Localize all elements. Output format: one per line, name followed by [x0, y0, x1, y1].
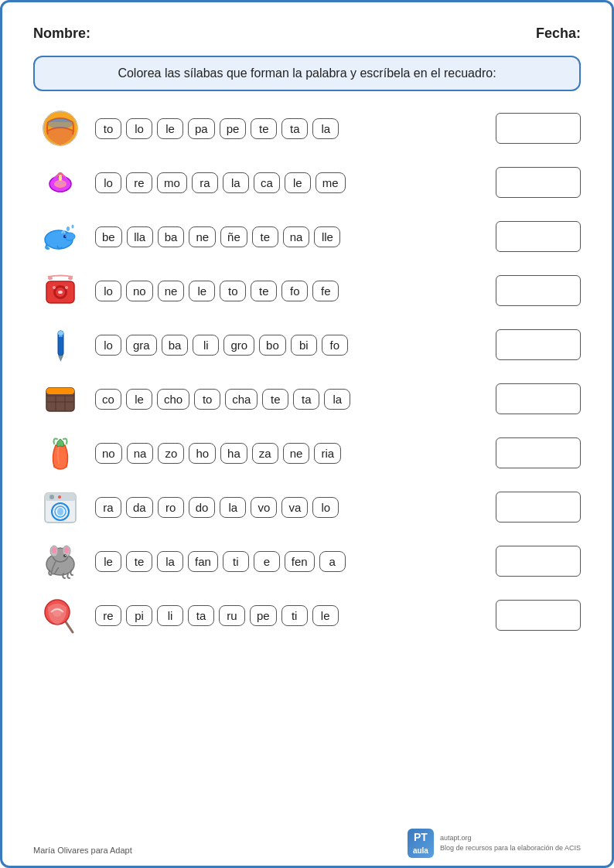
- answer-box[interactable]: [496, 329, 581, 360]
- syllable[interactable]: ti: [281, 605, 308, 626]
- syllable[interactable]: gra: [126, 335, 157, 356]
- syllable[interactable]: li: [157, 605, 183, 626]
- syllable[interactable]: to: [95, 118, 121, 139]
- syllable[interactable]: ne: [158, 281, 185, 301]
- syllable[interactable]: ti: [223, 551, 249, 572]
- syllable[interactable]: fo: [322, 335, 348, 356]
- syllable[interactable]: ra: [192, 172, 218, 193]
- svg-point-32: [58, 495, 61, 499]
- syllable[interactable]: ñe: [220, 226, 247, 247]
- answer-box[interactable]: [496, 383, 581, 414]
- word-row: lograbaligrobobifo: [33, 322, 581, 368]
- syllable[interactable]: no: [126, 281, 153, 301]
- syllable[interactable]: le: [189, 281, 215, 301]
- syllable[interactable]: pe: [250, 605, 277, 626]
- syllable[interactable]: na: [283, 226, 310, 247]
- syllable[interactable]: ta: [293, 389, 319, 410]
- answer-box[interactable]: [496, 221, 581, 252]
- svg-point-40: [52, 547, 56, 553]
- syllable[interactable]: fe: [312, 281, 339, 301]
- syllable[interactable]: ro: [158, 497, 184, 518]
- syllable[interactable]: re: [95, 605, 121, 626]
- syllable[interactable]: la: [312, 118, 339, 139]
- syllable[interactable]: ba: [158, 226, 185, 247]
- syllable[interactable]: ria: [314, 443, 341, 464]
- syllable[interactable]: le: [95, 551, 121, 572]
- syllable[interactable]: bi: [291, 335, 317, 356]
- syllable[interactable]: le: [126, 389, 152, 410]
- syllable[interactable]: fo: [281, 281, 308, 301]
- syllable[interactable]: mo: [157, 172, 187, 193]
- syllable[interactable]: lo: [95, 281, 121, 301]
- syllable[interactable]: la: [157, 551, 183, 572]
- lollipop-icon: [33, 592, 87, 638]
- syllable[interactable]: ru: [219, 605, 245, 626]
- syllable[interactable]: ha: [220, 443, 247, 464]
- answer-box[interactable]: [496, 492, 581, 523]
- syllable[interactable]: ne: [283, 443, 310, 464]
- syllable[interactable]: no: [95, 443, 122, 464]
- syllable[interactable]: la: [324, 389, 350, 410]
- syllable[interactable]: ra: [95, 497, 121, 518]
- syllable[interactable]: te: [126, 551, 152, 572]
- syllable[interactable]: ta: [281, 118, 308, 139]
- fecha-label: Fecha:: [536, 26, 581, 42]
- syllable[interactable]: a: [319, 551, 346, 572]
- syllable[interactable]: fan: [188, 551, 218, 572]
- syllable[interactable]: te: [251, 118, 277, 139]
- syllable[interactable]: zo: [158, 443, 184, 464]
- syllable[interactable]: me: [316, 172, 346, 193]
- syllable[interactable]: lo: [95, 335, 121, 356]
- syllable[interactable]: lle: [314, 226, 340, 247]
- syllable[interactable]: be: [95, 226, 122, 247]
- syllables-group: lononeletotefofe: [95, 281, 488, 301]
- syllable[interactable]: pi: [126, 605, 152, 626]
- syllable[interactable]: re: [126, 172, 152, 193]
- answer-box[interactable]: [496, 113, 581, 144]
- syllable[interactable]: lo: [95, 172, 121, 193]
- carrot-icon: [33, 430, 87, 476]
- answer-box[interactable]: [496, 437, 581, 468]
- syllable[interactable]: li: [193, 335, 219, 356]
- syllable[interactable]: la: [220, 497, 246, 518]
- syllable[interactable]: gro: [223, 335, 254, 356]
- answer-box[interactable]: [496, 275, 581, 306]
- svg-point-8: [65, 236, 66, 237]
- syllable[interactable]: cha: [225, 389, 258, 410]
- syllable[interactable]: pa: [188, 118, 215, 139]
- syllable[interactable]: do: [189, 497, 216, 518]
- answer-box[interactable]: [496, 546, 581, 577]
- syllable[interactable]: lla: [127, 226, 153, 247]
- syllable[interactable]: le: [285, 172, 311, 193]
- syllable[interactable]: ca: [254, 172, 280, 193]
- syllable[interactable]: va: [281, 497, 308, 518]
- syllables-group: repilitarupetile: [95, 605, 488, 626]
- syllable[interactable]: le: [157, 118, 183, 139]
- syllable[interactable]: ho: [189, 443, 216, 464]
- syllable[interactable]: na: [127, 443, 154, 464]
- syllable[interactable]: vo: [251, 497, 277, 518]
- syllable[interactable]: le: [312, 605, 339, 626]
- syllable[interactable]: la: [223, 172, 249, 193]
- syllable[interactable]: co: [95, 389, 121, 410]
- syllable[interactable]: lo: [126, 118, 152, 139]
- syllable[interactable]: pe: [220, 118, 247, 139]
- syllable[interactable]: te: [262, 389, 288, 410]
- syllable[interactable]: to: [220, 281, 246, 301]
- syllable[interactable]: te: [252, 226, 278, 247]
- syllable[interactable]: e: [254, 551, 280, 572]
- syllable[interactable]: to: [194, 389, 220, 410]
- answer-box[interactable]: [496, 167, 581, 198]
- answer-box[interactable]: [496, 600, 581, 631]
- syllable[interactable]: za: [252, 443, 278, 464]
- syllable[interactable]: lo: [312, 497, 339, 518]
- syllable[interactable]: te: [251, 281, 277, 301]
- syllable[interactable]: fen: [285, 551, 315, 572]
- syllable[interactable]: ne: [189, 226, 216, 247]
- syllable[interactable]: ba: [162, 335, 189, 356]
- syllable[interactable]: da: [126, 497, 153, 518]
- syllable[interactable]: bo: [259, 335, 286, 356]
- svg-point-43: [65, 555, 66, 556]
- syllable[interactable]: cho: [157, 389, 189, 410]
- syllable[interactable]: ta: [188, 605, 214, 626]
